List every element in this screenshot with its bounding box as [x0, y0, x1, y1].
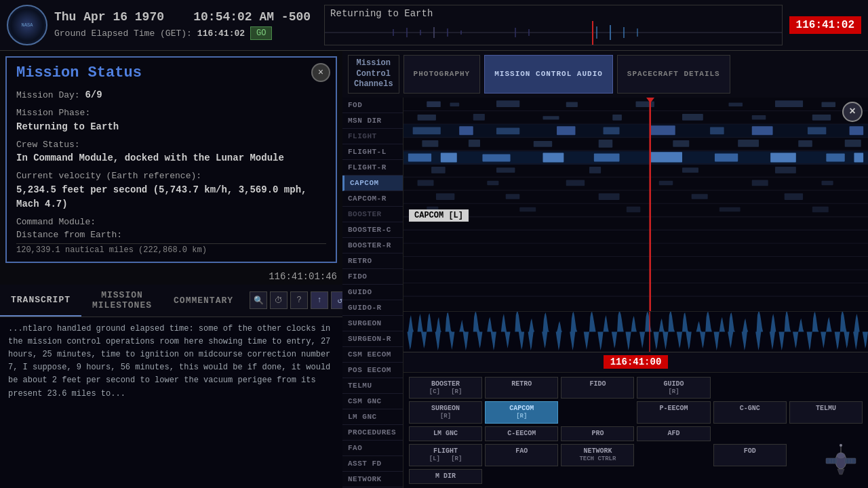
ch-surgeon-r[interactable]: SURGEON-R [342, 331, 403, 347]
left-panel: Mission Status × Mission Day: 6/9 Missio… [0, 51, 342, 488]
console-guido[interactable]: GUIDO[R] [637, 377, 710, 399]
svg-rect-4 [433, 27, 435, 38]
ch-asst-fd[interactable]: ASST FD [342, 456, 403, 472]
console-lm-gnc[interactable]: LM GNC [409, 426, 482, 441]
svg-rect-40 [473, 114, 485, 121]
svg-rect-65 [408, 153, 431, 161]
share-icon[interactable]: ↑ [311, 291, 328, 309]
console-grid: BOOSTER[C] [R] RETRO FIDO GUIDO[R] SURGE… [403, 372, 868, 488]
ch-surgeon[interactable]: SURGEON [342, 316, 403, 331]
tab-photography[interactable]: PHOTOGRAPHY [403, 55, 481, 94]
tab-mission-control-audio[interactable]: MISSION CONTROL AUDIO [484, 55, 613, 94]
ch-lm-gnc[interactable]: LM GNC [342, 409, 403, 425]
svg-rect-62 [738, 140, 759, 147]
top-bar: NASA Thu Apr 16 1970 10:54:02 AM -500 Gr… [0, 0, 868, 51]
console-pro[interactable]: PRO [561, 426, 634, 441]
svg-rect-41 [543, 116, 559, 119]
ch-csm-gnc[interactable]: CSM GNC [342, 394, 403, 409]
svg-rect-60 [599, 140, 613, 148]
console-c-eecom[interactable]: C-EECOM [485, 426, 558, 441]
svg-rect-92 [519, 207, 536, 212]
console-retro[interactable]: RETRO [485, 377, 558, 399]
console-fao[interactable]: FAO [485, 444, 558, 466]
crew-status-line: Crew Status: In Command Module, docked w… [16, 138, 326, 166]
tab-transcript[interactable]: TRANSCRIPT [0, 285, 81, 317]
channel-header: Mission Control Channels PHOTOGRAPHY MIS… [342, 51, 868, 98]
console-empty-11 [713, 469, 787, 484]
console-booster[interactable]: BOOSTER[C] [R] [409, 377, 482, 399]
console-network[interactable]: NETWORKTECH CTRLR [561, 444, 634, 466]
right-panel: Mission Control Channels PHOTOGRAPHY MIS… [342, 51, 868, 488]
ch-guido[interactable]: GUIDO [342, 285, 403, 300]
svg-rect-51 [604, 127, 620, 134]
search-icon[interactable]: 🔍 [250, 291, 267, 309]
console-afd[interactable]: AFD [637, 426, 710, 441]
svg-rect-5 [447, 28, 448, 37]
ch-telmu[interactable]: TELMU [342, 378, 403, 394]
svg-rect-95 [812, 206, 829, 212]
svg-rect-90 [785, 193, 803, 200]
svg-rect-45 [812, 115, 831, 121]
ch-booster-c[interactable]: BOOSTER-C [342, 222, 403, 238]
waveform-mission-label: Returning to Earth [330, 8, 433, 19]
mission-logo: NASA [7, 5, 47, 45]
ch-flight[interactable]: FLIGHT [342, 129, 403, 144]
console-capcom[interactable]: CAPCOM[R] [485, 401, 558, 424]
svg-rect-2 [406, 28, 408, 37]
ch-capcom[interactable]: CAPCOM [342, 176, 403, 191]
history-icon[interactable]: ⏱ [270, 291, 288, 309]
tab-milestones[interactable]: MISSIONMILESTONES [81, 285, 163, 317]
svg-rect-66 [441, 152, 457, 162]
ch-fod[interactable]: FOD [342, 98, 403, 113]
console-m-dir[interactable]: M DIR [409, 469, 482, 484]
console-fido[interactable]: FIDO [561, 377, 634, 399]
waveform-main: × [403, 98, 868, 488]
ch-fao[interactable]: FAO [342, 441, 403, 456]
svg-rect-85 [822, 180, 833, 185]
ch-csm-eecom[interactable]: CSM EECOM [342, 347, 403, 363]
go-button[interactable]: GO [250, 26, 272, 40]
svg-rect-7 [515, 28, 516, 37]
svg-rect-64 [845, 140, 861, 147]
svg-rect-6 [460, 30, 462, 35]
ch-msn-dir[interactable]: MSN DIR [342, 113, 403, 129]
svg-rect-56 [850, 126, 864, 135]
mission-status-close[interactable]: × [311, 63, 330, 82]
channel-tracks[interactable]: CAPCOM [L] [403, 98, 868, 311]
svg-rect-77 [589, 167, 601, 174]
tab-commentary[interactable]: COMMENTARY [163, 285, 244, 317]
svg-rect-11 [623, 27, 625, 38]
ch-guido-r[interactable]: GUIDO-R [342, 300, 403, 316]
svg-rect-31 [427, 101, 441, 107]
console-fod-bottom[interactable]: FOD [713, 444, 787, 466]
tab-spacecraft-details[interactable]: SPACECRAFT DETAILS [617, 55, 730, 94]
svg-rect-54 [752, 126, 773, 135]
get-label: Ground Elapsed Time (GET): [54, 28, 192, 39]
console-flight[interactable]: FLIGHT[L] [R] [409, 444, 482, 466]
help-icon[interactable]: ? [290, 291, 308, 309]
svg-rect-74 [854, 152, 863, 162]
svg-rect-42 [612, 115, 622, 121]
transcript-area[interactable]: ...ntlaro handled ground elapsed time: s… [0, 317, 342, 488]
ch-network[interactable]: NETWORK [342, 472, 403, 487]
audio-waveform-row[interactable] [403, 311, 868, 352]
top-waveform: Returning to Earth [324, 5, 783, 45]
ch-capcom-r[interactable]: CAPCOM-R [342, 191, 403, 207]
console-p-eecom[interactable]: P-EECOM [637, 401, 710, 424]
ch-flight-l[interactable]: FLIGHT-L [342, 144, 403, 160]
ch-booster-r[interactable]: BOOSTER-R [342, 238, 403, 253]
ch-booster[interactable]: BOOSTER [342, 207, 403, 222]
ch-fido[interactable]: FIDO [342, 269, 403, 285]
playhead [650, 98, 651, 311]
console-surgeon[interactable]: SURGEON[R] [409, 401, 482, 424]
console-telmu[interactable]: TELMU [789, 401, 863, 424]
ch-pos-eecom[interactable]: POS EECOM [342, 363, 403, 378]
ch-retro[interactable]: RETRO [342, 253, 403, 269]
panel-close-button[interactable]: × [842, 102, 863, 122]
console-empty-9 [561, 469, 634, 484]
svg-rect-19 [403, 151, 868, 165]
svg-rect-34 [566, 102, 578, 107]
ch-flight-r[interactable]: FLIGHT-R [342, 160, 403, 176]
ch-procedures[interactable]: PROCEDURES [342, 425, 403, 441]
console-c-gnc[interactable]: C-GNC [713, 401, 787, 424]
